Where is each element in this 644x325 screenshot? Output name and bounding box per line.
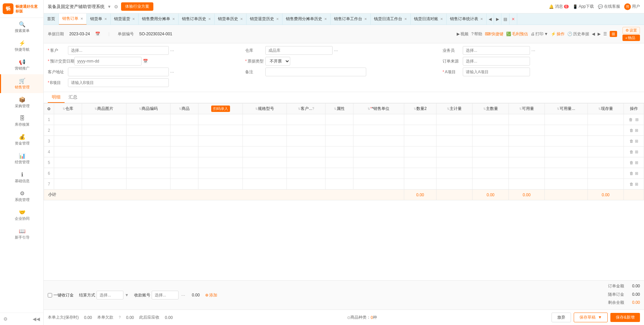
cell[interactable]	[326, 136, 353, 147]
cell[interactable]	[326, 114, 353, 125]
sidebar-item-finance[interactable]: 💰 资金管理	[0, 130, 43, 149]
cell[interactable]	[588, 136, 623, 147]
tab-home[interactable]: 首页	[44, 13, 59, 25]
cell[interactable]	[54, 114, 82, 125]
cell[interactable]	[545, 125, 588, 136]
cell[interactable]	[171, 168, 198, 179]
one-click-deposit-checkbox[interactable]	[48, 293, 52, 297]
cell[interactable]	[353, 114, 404, 125]
tab-close-icon[interactable]: ✕	[172, 17, 175, 21]
tab-close-icon[interactable]: ✕	[240, 17, 243, 21]
solution-button[interactable]: 体验行业方案	[121, 2, 153, 11]
cell[interactable]	[287, 136, 326, 147]
sidebar-item-enterprise[interactable]: 🤝 企业协同	[0, 206, 43, 225]
sidebar-item-inventory[interactable]: 🗄 库存核算	[0, 112, 43, 130]
cell[interactable]	[171, 114, 198, 125]
cell[interactable]	[508, 179, 544, 190]
cell[interactable]	[437, 168, 472, 179]
cell[interactable]	[404, 157, 437, 168]
cell[interactable]	[437, 114, 472, 125]
copy-row-icon[interactable]: ⊞	[635, 128, 638, 133]
cell[interactable]	[508, 125, 544, 136]
account-more-icon[interactable]: ···	[180, 292, 187, 298]
cell[interactable]	[326, 179, 353, 190]
sidebar-item-sales[interactable]: 🛒 销售管理	[0, 74, 43, 93]
delete-row-icon[interactable]: 🗑	[630, 171, 634, 176]
tab-daily-reconcile[interactable]: 钱货日清对账 ✕	[411, 13, 447, 25]
cell[interactable]	[82, 157, 126, 168]
tab-close-icon[interactable]: ✕	[276, 17, 279, 21]
sidebar-item-basic-info[interactable]: ℹ 基础信息	[0, 168, 43, 187]
settings-icon[interactable]: ⚙	[114, 4, 118, 9]
tab-sales-return[interactable]: 销货退货 ✕	[111, 13, 139, 25]
cell[interactable]	[545, 168, 588, 179]
cell[interactable]	[353, 179, 404, 190]
view-video-btn[interactable]: ▶ 视频	[457, 31, 468, 37]
staff-more-icon[interactable]: ···	[530, 48, 537, 53]
cell[interactable]	[242, 114, 287, 125]
tab-close-icon[interactable]: ✕	[80, 17, 83, 21]
add-goods-button[interactable]: + 物品	[622, 35, 640, 41]
cell[interactable]	[472, 179, 508, 190]
cell[interactable]	[472, 125, 508, 136]
cell[interactable]	[404, 147, 437, 157]
cell[interactable]	[287, 147, 326, 157]
cell[interactable]	[287, 168, 326, 179]
cell[interactable]	[126, 168, 171, 179]
app-download-btn[interactable]: 📱 App下载	[573, 4, 594, 9]
cell[interactable]	[242, 168, 287, 179]
cell[interactable]	[326, 157, 353, 168]
tab-return-history[interactable]: 销货退货历史 ✕	[247, 13, 282, 25]
tab-close-icon[interactable]: ✕	[104, 17, 107, 21]
history-btn[interactable]: 🕐 历史单据	[567, 31, 589, 37]
cell[interactable]	[472, 168, 508, 179]
scan-button[interactable]: 扫码录入	[211, 106, 230, 112]
tab-expense-history[interactable]: 销售费用分摊单历史 ✕	[282, 13, 331, 25]
cell[interactable]	[353, 125, 404, 136]
address-more-icon[interactable]: ···	[169, 69, 176, 75]
tab-close-icon[interactable]: ✕	[364, 17, 367, 21]
tab-detail[interactable]: 明细	[48, 92, 65, 103]
cell[interactable]	[326, 168, 353, 179]
cell[interactable]	[326, 147, 353, 157]
cell[interactable]	[545, 157, 588, 168]
question-icon[interactable]: ?	[312, 107, 314, 111]
dropdown-arrow-icon[interactable]: ▼	[107, 4, 111, 9]
copy-row-icon[interactable]: ⊞	[635, 182, 638, 187]
cell[interactable]	[404, 179, 437, 190]
cell[interactable]	[437, 157, 472, 168]
cell[interactable]	[287, 125, 326, 136]
add-payment-button[interactable]: ⊕ 添加	[205, 292, 217, 298]
order-source-input[interactable]	[463, 57, 530, 66]
cell[interactable]	[54, 147, 82, 157]
sidebar-item-guide[interactable]: 📖 新手引导	[0, 225, 43, 243]
cell[interactable]	[126, 136, 171, 147]
cell[interactable]	[126, 125, 171, 136]
cell[interactable]	[472, 147, 508, 157]
cell[interactable]	[545, 179, 588, 190]
save-new-button[interactable]: 保存&新增	[610, 313, 640, 322]
tab-close-all-btn[interactable]: ✕	[509, 13, 517, 25]
cell[interactable]	[82, 125, 126, 136]
cell[interactable]	[82, 114, 126, 125]
tab-close-icon[interactable]: ✕	[404, 17, 407, 21]
card-view-btn[interactable]: ⊞	[610, 31, 617, 37]
message-icon-btn[interactable]: 🔔 消息 6	[549, 4, 569, 9]
tab-sales-order-history[interactable]: 销售订单历史 ✕	[179, 13, 215, 25]
invoice-type-select[interactable]: 不开票	[265, 57, 290, 66]
owe-help-icon[interactable]: ?	[119, 316, 121, 319]
tab-sales-order[interactable]: 销售订单 ✕	[59, 13, 87, 25]
sidebar-item-system[interactable]: ⚙ 系统管理	[0, 187, 43, 206]
cell[interactable]	[353, 168, 404, 179]
cell[interactable]	[353, 136, 404, 147]
cell[interactable]	[326, 125, 353, 136]
cell[interactable]	[242, 157, 287, 168]
sidebar-item-operations[interactable]: 📊 经营管理	[0, 149, 43, 168]
cell[interactable]	[472, 114, 508, 125]
b-project-input[interactable]	[68, 78, 169, 87]
cell[interactable]	[508, 114, 544, 125]
cell[interactable]	[508, 168, 544, 179]
tab-goods-history[interactable]: 销货单历史 ✕	[215, 13, 247, 25]
online-service-btn[interactable]: 💬 在线客服	[598, 4, 620, 9]
copy-row-icon[interactable]: ⊞	[635, 150, 638, 154]
